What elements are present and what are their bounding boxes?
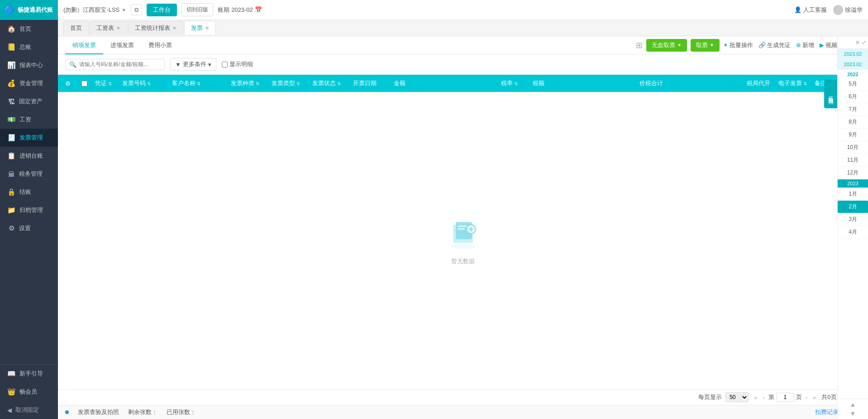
grid-view-icon[interactable]: ⊞ [636, 40, 643, 50]
subtab-sales-invoice[interactable]: 销项发票 [65, 36, 103, 54]
show-detail-checkbox-wrap[interactable]: 显示明细 [222, 60, 253, 68]
svg-rect-4 [458, 228, 465, 230]
video-button[interactable]: ▶ 视频 [820, 41, 837, 49]
last-page-button[interactable]: » [811, 393, 818, 402]
sidebar-label-sales-purchase: 进销台账 [19, 152, 43, 160]
sidebar-label-settings: 设置 [19, 224, 31, 232]
date-item-7[interactable]: 7月 [838, 103, 868, 116]
sidebar-item-closing[interactable]: 🔒 结账 [0, 183, 58, 201]
more-filter-chevron-icon: ▾ [208, 61, 211, 68]
th-voucher: 凭证 ⇅ [92, 75, 119, 92]
date-item-9[interactable]: 9月 [838, 129, 868, 141]
sidebar-item-settings[interactable]: ⚙ 设置 [0, 219, 58, 237]
sidebar-item-invoice[interactable]: 🧾 发票管理 [0, 129, 58, 147]
year-label-2022: 2022 [838, 70, 868, 78]
chevron-down-icon: ▼ [121, 7, 126, 13]
subtab-expense-receipt[interactable]: 费用小票 [141, 36, 179, 54]
tab-payroll-table[interactable]: 工资表 ✕ [90, 21, 127, 35]
date-item-2023-2[interactable]: 2月 [838, 201, 868, 213]
old-version-button[interactable]: 切到旧版 [181, 3, 213, 16]
notax-chevron-icon: ▼ [677, 43, 682, 48]
service-button[interactable]: 👤 人工客服 [794, 6, 827, 14]
invoice-type-sort-icon[interactable]: ⇅ [256, 81, 259, 86]
date-item-6[interactable]: 6月 [838, 91, 868, 103]
sidebar-item-guide[interactable]: 📖 新手引导 [0, 365, 58, 383]
date-item-10[interactable]: 10月 [838, 141, 868, 154]
date-panel-up-icon[interactable]: ▲ [850, 401, 856, 408]
page-number-input[interactable] [776, 393, 794, 402]
tab-home[interactable]: 首页 [63, 21, 89, 35]
th-tax-amount: 税额 [530, 75, 637, 92]
th-invoice-no: 发票号码 ⇅ [119, 75, 169, 92]
user-menu[interactable]: 徐溢华 [833, 5, 863, 15]
sidebar-item-fund[interactable]: 💰 资金管理 [0, 74, 58, 92]
date-item-2023-02-top1[interactable]: 2023.02 [838, 49, 868, 59]
service-label: 人工客服 [803, 6, 827, 14]
sidebar-item-unpin[interactable]: ◀ 取消固定 [0, 401, 58, 419]
sidebar-item-fixed-assets[interactable]: 🏗 固定资产 [0, 92, 58, 111]
more-filter-button[interactable]: ▼ 更多条件 ▾ [170, 58, 216, 71]
date-panel-close-icon[interactable]: ✕ [855, 39, 860, 46]
date-panel-header: ✕ ⤢ [838, 36, 868, 49]
tab-invoice-label: 发票 [191, 24, 203, 32]
company-selector[interactable]: (勿删）江西股宝-LSS ▼ [63, 6, 126, 14]
invoice-status-sort-icon[interactable]: ⇅ [337, 81, 341, 86]
tab-payroll-stats-close-icon[interactable]: ✕ [172, 25, 176, 31]
prev-page-button[interactable]: ‹ [761, 393, 766, 402]
tab-payroll-stats[interactable]: 工资统计报表 ✕ [128, 21, 183, 35]
subtab-purchase-label: 进项发票 [110, 42, 134, 48]
show-detail-checkbox[interactable] [222, 62, 228, 67]
fund-icon: 💰 [7, 79, 16, 87]
per-page-select[interactable]: 50 100 200 [725, 392, 749, 402]
next-page-button[interactable]: › [804, 393, 809, 402]
period-value: 2023-02 [231, 6, 253, 13]
date-item-8[interactable]: 8月 [838, 116, 868, 129]
open-period-button[interactable]: 开账日期 [824, 79, 837, 108]
search-input[interactable] [79, 61, 161, 67]
date-item-2023-1[interactable]: 1月 [838, 188, 868, 201]
sidebar-item-member[interactable]: 👑 畅会员 [0, 383, 58, 401]
date-item-11[interactable]: 11月 [838, 154, 868, 167]
tab-payroll-close-icon[interactable]: ✕ [116, 25, 120, 31]
sidebar-item-archive[interactable]: 📁 归档管理 [0, 201, 58, 219]
sidebar-item-payroll[interactable]: 💵 工资 [0, 111, 58, 129]
subtab-purchase-invoice[interactable]: 进项发票 [103, 36, 141, 54]
invoice-cat-sort-icon[interactable]: ⇅ [296, 81, 300, 86]
deduction-record-link[interactable]: 扣费记录 [815, 408, 839, 416]
date-item-2023-02-top2[interactable]: 2023.02 [838, 59, 868, 70]
sidebar-item-home[interactable]: 🏠 首页 [0, 20, 58, 38]
take-button[interactable]: 取票 ▼ [691, 39, 720, 52]
th-settings[interactable]: ⚙ [60, 75, 76, 92]
gen-voucher-button[interactable]: 🔗 生成凭证 [758, 41, 791, 49]
e-invoice-sort-icon[interactable]: ⇅ [803, 81, 807, 86]
customer-sort-icon[interactable]: ⇅ [197, 81, 200, 86]
date-item-2023-3[interactable]: 3月 [838, 213, 868, 226]
sidebar-item-sales-purchase[interactable]: 📋 进销台账 [0, 147, 58, 165]
th-checkbox[interactable] [76, 75, 92, 92]
no-tax-button[interactable]: 无血取票 ▼ [646, 39, 687, 52]
workspace-button[interactable]: 工作台 [147, 4, 177, 16]
date-item-5[interactable]: 5月 [838, 78, 868, 91]
first-page-button[interactable]: « [752, 393, 759, 402]
sidebar-label-invoice: 发票管理 [19, 134, 43, 142]
new-button[interactable]: ⊕ 新增 [796, 41, 814, 49]
voucher-sort-icon[interactable]: ⇅ [108, 81, 112, 86]
tax-rate-sort-icon[interactable]: ⇅ [514, 81, 518, 86]
batch-op-button[interactable]: ✦ 批量操作 [723, 41, 753, 49]
date-item-12[interactable]: 12月 [838, 167, 868, 179]
sidebar-item-general-ledger[interactable]: 📒 总账 [0, 38, 58, 56]
sidebar-logo[interactable]: 🔷 畅捷通易代账 [0, 0, 58, 20]
invoice-no-sort-icon[interactable]: ⇅ [147, 81, 151, 86]
sales-purchase-icon: 📋 [7, 152, 16, 160]
tab-invoice[interactable]: 发票 ✕ [184, 21, 216, 35]
date-item-2023-4[interactable]: 4月 [838, 226, 868, 239]
date-panel-down-icon[interactable]: ▼ [850, 410, 856, 417]
sidebar-item-tax[interactable]: 🏛 税务管理 [0, 165, 58, 183]
sidebar-item-reports[interactable]: 📊 报表中心 [0, 56, 58, 74]
tab-invoice-close-icon[interactable]: ✕ [205, 25, 209, 31]
period-label: 账期 [218, 6, 229, 14]
date-panel-expand-icon[interactable]: ⤢ [862, 39, 866, 46]
select-all-checkbox[interactable] [81, 81, 87, 87]
copy-company-button[interactable]: ⧉ [131, 5, 142, 15]
subtabs: 销项发票 进项发票 费用小票 ⊞ 无血取票 ▼ 取票 ▼ [58, 36, 868, 54]
